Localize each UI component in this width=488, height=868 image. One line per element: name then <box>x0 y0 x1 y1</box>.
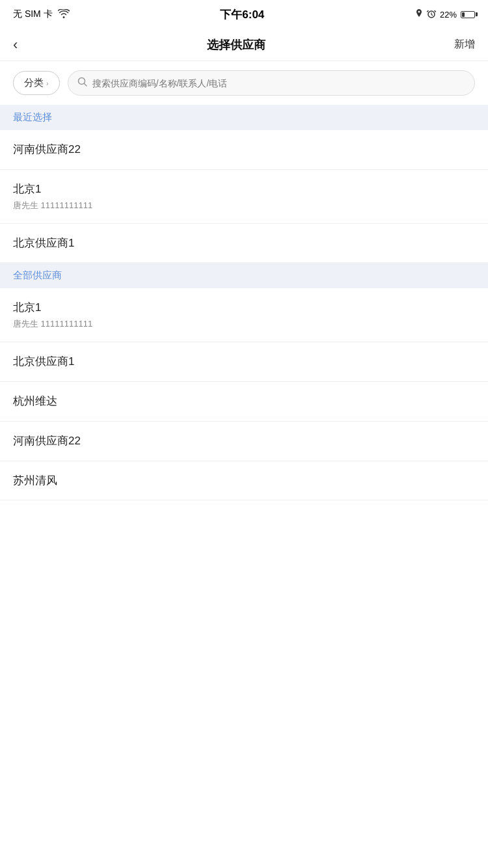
status-time: 下午6:04 <box>220 7 264 22</box>
supplier-name: 北京1 <box>13 182 475 197</box>
battery-icon <box>461 11 475 18</box>
location-icon <box>415 9 423 20</box>
list-item[interactable]: 北京1唐先生 11111111111 <box>0 170 488 224</box>
list-item[interactable]: 北京1唐先生 11111111111 <box>0 288 488 342</box>
search-input[interactable] <box>92 78 465 88</box>
section-header-recent: 最近选择 <box>0 105 488 130</box>
list-item[interactable]: 河南供应商22 <box>0 422 488 461</box>
list-item[interactable]: 苏州清风 <box>0 461 488 501</box>
list-item[interactable]: 北京供应商1 <box>0 224 488 264</box>
status-right: 22% <box>415 9 475 20</box>
category-label: 分类 <box>24 77 44 89</box>
supplier-name: 杭州维达 <box>13 394 475 409</box>
supplier-name: 苏州清风 <box>13 473 475 489</box>
carrier-label: 无 SIM 卡 <box>13 8 53 20</box>
list-item[interactable]: 北京供应商1 <box>0 342 488 382</box>
category-button[interactable]: 分类 › <box>13 71 60 95</box>
supplier-name: 北京供应商1 <box>13 354 475 370</box>
supplier-name: 河南供应商22 <box>13 433 475 449</box>
list-item[interactable]: 杭州维达 <box>0 382 488 422</box>
search-input-wrap[interactable] <box>68 70 475 96</box>
supplier-name: 北京供应商1 <box>13 236 475 251</box>
search-bar-container: 分类 › <box>0 61 488 105</box>
chevron-right-icon: › <box>46 79 49 87</box>
supplier-sub: 唐先生 11111111111 <box>13 318 475 330</box>
supplier-name: 河南供应商22 <box>13 142 475 157</box>
status-bar: 无 SIM 卡 下午6:04 22% <box>0 0 488 29</box>
supplier-list: 最近选择河南供应商22北京1唐先生 11111111111北京供应商1全部供应商… <box>0 105 488 500</box>
battery-percentage: 22% <box>440 10 457 20</box>
new-supplier-button[interactable]: 新增 <box>454 38 475 51</box>
section-header-all: 全部供应商 <box>0 263 488 288</box>
alarm-icon <box>427 9 436 20</box>
status-left: 无 SIM 卡 <box>13 8 70 20</box>
supplier-name: 北京1 <box>13 300 475 316</box>
wifi-icon <box>58 9 70 20</box>
supplier-sub: 唐先生 11111111111 <box>13 200 475 211</box>
back-button[interactable]: ‹ <box>13 36 18 53</box>
nav-bar: ‹ 选择供应商 新增 <box>0 29 488 61</box>
search-icon <box>77 77 87 89</box>
page-title: 选择供应商 <box>207 37 265 53</box>
list-item[interactable]: 河南供应商22 <box>0 130 488 170</box>
